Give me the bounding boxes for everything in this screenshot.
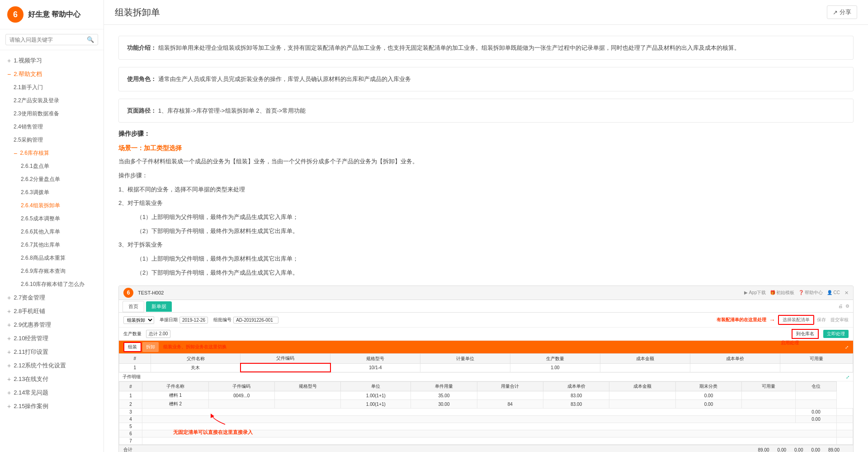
- app-doctype-select[interactable]: 组装拆卸: [123, 316, 154, 324]
- share-icon: ↗: [833, 9, 838, 16]
- cell-child-spec1: [275, 391, 341, 400]
- app-expand-icon[interactable]: ⤢: [845, 345, 849, 350]
- sidebar-item-inventory[interactable]: − 2.6库存核算: [0, 147, 104, 160]
- intro-text: 组装拆卸单用来处理企业组装或拆卸等加工业务，支持有固定装配清单的产品加工业务，也…: [158, 44, 740, 51]
- sidebar-item-docs[interactable]: − 2.帮助文档: [0, 67, 104, 81]
- app-logo: 6: [123, 288, 133, 298]
- sidebar-item-stock-query-label: 2.6.9库存账本查询: [21, 267, 66, 275]
- cell-empty6: [142, 430, 837, 438]
- sidebar-item-other-in-label: 2.6.6其他入库单: [21, 228, 60, 236]
- app-lower-expand[interactable]: ⤢: [846, 375, 849, 380]
- cell-period-cat4: 0.00: [795, 416, 836, 423]
- sidebar-item-coupon[interactable]: + 2.9优惠券管理: [0, 318, 104, 332]
- app-submit-btn[interactable]: 提交审核: [830, 317, 849, 323]
- app-qty-input[interactable]: 总计 2.00: [146, 330, 170, 338]
- app-config-area: 有装配清单的在这里处理 → 选择装配清单 保存 提交审核: [717, 315, 849, 325]
- sidebar-item-sales-label: 2.4销售管理: [14, 123, 43, 131]
- cell-child-spec2: [275, 400, 341, 409]
- app-toggle-disassembly[interactable]: 拆卸: [142, 342, 159, 352]
- cell-usage-total2: 84: [477, 400, 543, 409]
- sidebar-item-split-stocktake[interactable]: 2.6.2分量盘点单: [0, 173, 104, 186]
- cell-empty4: [142, 416, 796, 423]
- app-warehouse-field[interactable]: 到仓库名: [792, 329, 819, 339]
- sidebar-item-other-in[interactable]: 2.6.6其他入库单: [0, 225, 104, 238]
- app-toggle-assembly[interactable]: 组装: [123, 342, 142, 352]
- sidebar-item-faq-label: 2.14常见问题: [14, 389, 48, 397]
- app-tab-assembly[interactable]: 新单据: [146, 301, 172, 312]
- sidebar-item-payment[interactable]: + 2.13在线支付: [0, 372, 104, 386]
- search-icon[interactable]: 🔍: [87, 36, 94, 43]
- col-child-cost-unit: 成本单价: [543, 382, 609, 391]
- app-save-btn[interactable]: 保存: [817, 317, 826, 323]
- sidebar-item-videos[interactable]: + 1.视频学习: [0, 54, 104, 67]
- cell-n2: 2: [119, 400, 142, 409]
- screenshot-container: 6 TEST-H002 ▶ App下载 🎁 初始模板 ❓ 帮助中心 👤 CC ✕…: [118, 285, 854, 452]
- footer-total-label: 合计: [123, 447, 132, 452]
- sidebar-item-other-out-label: 2.6.7其他出库单: [21, 241, 60, 249]
- sidebar-item-prepare[interactable]: 2.3使用前数据准备: [0, 107, 104, 120]
- sidebar-item-stocktake[interactable]: 2.6.1盘点单: [0, 160, 104, 173]
- app-toolbar-settings[interactable]: ⚙: [845, 304, 849, 309]
- cell-code: [241, 363, 330, 372]
- col-usage-unit: 单件用量: [411, 382, 477, 391]
- sidebar-item-mobile[interactable]: + 2.8手机旺铺: [0, 305, 104, 318]
- step3-1: （1）上部明细为父件明细，最终作为原材料生成其它出库单；: [137, 253, 854, 265]
- sidebar-item-print[interactable]: + 2.11打印设置: [0, 345, 104, 359]
- arrow-right: →: [769, 316, 775, 324]
- col-period-cat: 期末分类: [675, 382, 741, 391]
- sidebar-item-purchase[interactable]: 2.5采购管理: [0, 133, 104, 147]
- app-close-icon[interactable]: ✕: [844, 290, 849, 296]
- sidebar-item-faq[interactable]: + 2.14常见问题: [0, 386, 104, 400]
- sidebar-item-assembly[interactable]: 2.6.4组装拆卸单: [0, 199, 104, 212]
- cell-child-cost-amt1: [609, 391, 675, 400]
- sidebar-item-cost-adj[interactable]: 2.6.5成本调整单: [0, 212, 104, 225]
- app-assembly-field: 组批编号 AD-20191226-001: [213, 317, 278, 324]
- app-confirm-btn[interactable]: 立即处理: [823, 330, 849, 338]
- sidebar-item-ops[interactable]: + 2.10经营管理: [0, 332, 104, 345]
- sidebar-item-sales[interactable]: 2.4销售管理: [0, 120, 104, 133]
- sidebar-item-personalize[interactable]: + 2.12系统个性化设置: [0, 359, 104, 372]
- col-num: #: [119, 354, 151, 364]
- sidebar-item-stock-error[interactable]: 2.6.10库存账本错了怎么办: [0, 278, 104, 291]
- col-num2: #: [119, 382, 142, 391]
- sidebar-item-coupon-label: 2.9优惠券管理: [14, 321, 51, 329]
- col-qty: 生产数量: [510, 354, 600, 364]
- sidebar-item-adjustment[interactable]: 2.6.3调拨单: [0, 186, 104, 199]
- app-date-value[interactable]: 2019-12-26: [179, 317, 208, 324]
- app-toolbar-icons: 🖨 ⚙: [838, 304, 849, 309]
- sidebar-item-adjustment-label: 2.6.3调拨单: [21, 189, 49, 196]
- table-row: 4 0.00: [119, 416, 853, 423]
- sidebar-item-videos-label: 1.视频学习: [14, 57, 42, 65]
- app-assembly-value[interactable]: AD-20191226-001: [233, 317, 278, 324]
- col-child-name: 子件名称: [142, 382, 208, 391]
- cell-name: 关木: [151, 363, 241, 372]
- col-child-avail: 可用量: [742, 382, 796, 391]
- sidebar-item-other-out[interactable]: 2.6.7其他出库单: [0, 238, 104, 252]
- app-doctype-field: 组装拆卸: [123, 316, 154, 324]
- cell-period-cat3: 0.00: [795, 409, 836, 416]
- footer-sep2: 0.00: [811, 447, 820, 452]
- app-date-label: 单据日期: [160, 317, 178, 323]
- cell-cost-amt: [600, 363, 690, 372]
- path-text: 1、库存核算->库存管理->组装拆卸单 2、首页->常用功能: [158, 107, 306, 114]
- nav-tree: + 1.视频学习 − 2.帮助文档 2.1新手入门 2.2产品安装及登录 2.3…: [0, 50, 104, 452]
- cell-prod-qty: 1.00: [510, 363, 600, 372]
- search-box[interactable]: 🔍: [5, 34, 98, 45]
- logo-icon: 6: [7, 6, 24, 23]
- search-input[interactable]: [9, 37, 87, 43]
- sidebar-item-cost-calc[interactable]: 2.6.8商品成本重算: [0, 252, 104, 265]
- sidebar-item-finance[interactable]: + 2.7资金管理: [0, 291, 104, 305]
- sidebar-item-cases[interactable]: + 2.15操作案例: [0, 400, 104, 413]
- app-screenshot: 6 TEST-H002 ▶ App下载 🎁 初始模板 ❓ 帮助中心 👤 CC ✕…: [119, 286, 853, 452]
- app-upper-table-container: # 父件名称 父件编码 规格型号 计量单位 生产数量 成本金额 成本单价 可用量: [119, 353, 853, 372]
- cell-period-cat2: 0.00: [675, 400, 741, 409]
- cell-empty7: [142, 438, 837, 445]
- sidebar-item-newbie[interactable]: 2.1新手入门: [0, 81, 104, 94]
- sidebar-item-stock-query[interactable]: 2.6.9库存账本查询: [0, 265, 104, 278]
- sidebar-item-install[interactable]: 2.2产品安装及登录: [0, 94, 104, 107]
- app-config-btn[interactable]: 选择装配清单: [778, 315, 814, 325]
- app-tab-home[interactable]: 首页: [123, 301, 144, 312]
- app-toolbar-print[interactable]: 🖨: [838, 304, 843, 309]
- app-nav-tabs: 首页 新单据 🖨 ⚙: [119, 300, 853, 313]
- share-button[interactable]: ↗ 分享: [827, 5, 857, 19]
